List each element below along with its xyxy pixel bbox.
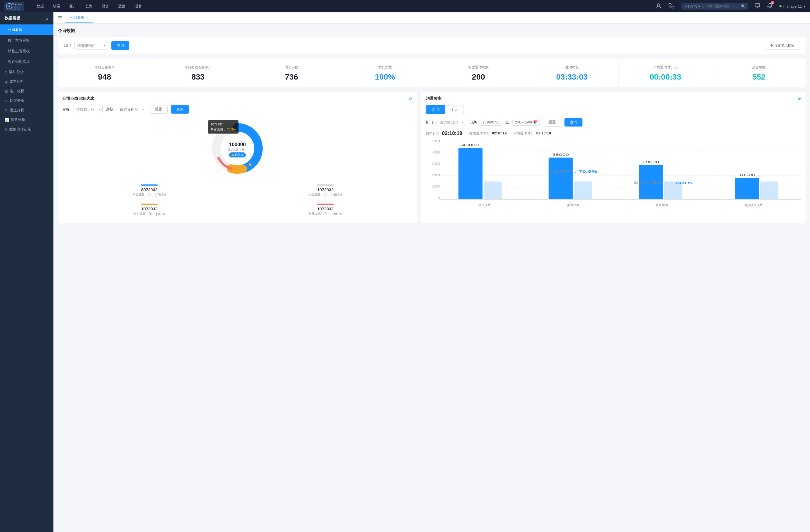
bar-should-complete [141,203,158,205]
legend-label-1: 未完成量（元）｜20.9% [241,193,410,197]
svg-text:云朵CRM: 云朵CRM [12,3,22,6]
tab-bar: ☰ 公司看板 ✕ [53,12,810,23]
svg-text:43000: 43000 [462,144,479,147]
sidebar-item-customer-manager[interactable]: 客户经理看板 [0,56,53,67]
svg-text:式服务云平台: 式服务云平台 [12,8,20,10]
sidebar-section-cost[interactable]: ◕ 成本分析 [0,77,53,86]
channel-icon: ⚙ [4,108,8,113]
y-axis: 50000 40000 30000 20000 10000 0 [426,140,440,199]
date-separator: 至 [505,120,509,125]
svg-text:70.9%: 70.9% [579,169,597,173]
sidebar-item-sales-dashboard[interactable]: 销售主管看板 [0,46,53,56]
stat-label-5: 通话时长 [530,65,614,70]
legend-value-3: 1072932 [241,206,410,211]
target-filter: 目标 请选择目标 周期 请选择周期 重置 [62,105,412,114]
svg-rect-29 [760,181,778,199]
search-type-select[interactable]: 手机号码 [683,4,701,8]
legend-should-complete: 1072932 应完成量（元）｜8.9% [62,201,236,218]
tab-company-dashboard[interactable]: 公司看板 ✕ [65,13,93,23]
stat-value-1: 833 [156,72,240,82]
top-navigation: 云朵CRM 教育机构一站 式服务云平台 数据 线索 客户 公海 财务 运营 报名… [0,0,810,12]
sidebar-section-flow[interactable]: ⊞ 数据流转记录 [0,124,53,134]
target-refresh-icon[interactable]: ⟳ [409,97,412,101]
svg-text:目标总量（元）: 目标总量（元） [228,148,247,151]
settings-btn[interactable]: ⚙ 设置显示指标 [765,41,800,50]
stat-first-consult: 今日首咨客户 948 [58,59,151,87]
comm-refresh-icon[interactable]: ⟳ [798,97,801,101]
nav-operations[interactable]: 运营 [117,4,127,9]
stat-call-duration: 通话时长 03:33:03 [525,59,619,87]
funnel-icon: ⊻ [4,70,7,74]
search-input[interactable] [706,4,740,8]
target-label: 目标 [62,107,70,112]
tab-toggle-icon[interactable]: ☰ [58,15,62,20]
dept-select-wrapper: 请选择部门 [74,42,108,49]
sidebar-section-channel[interactable]: ⚙ 渠道分析 [0,105,53,115]
stat-label-2: 回访人数 [249,65,334,70]
stat-deals: 成交单数 552 [712,59,806,87]
legend-incomplete: 1072932 未完成量（元）｜20.9% [239,182,412,199]
monitor-icon[interactable] [755,3,760,10]
notification-icon[interactable]: 5 [767,3,773,10]
period-select[interactable]: 请选择周期 [117,106,146,113]
sidebar-collapse-icon[interactable]: ▲ [45,16,49,20]
svg-rect-18 [548,158,572,199]
comm-query-btn[interactable]: 查询 [565,118,582,127]
comm-reset-btn[interactable]: 重置 [543,118,561,127]
sidebar-item-label: 公司看板 [8,27,22,32]
sidebar-section-sales[interactable]: 📊 销售分析 [0,115,53,124]
today-query-btn[interactable]: 查询 [111,41,129,50]
comm-dept-select[interactable]: 请选择部门 [437,119,466,126]
promo-icon: ▦ [4,89,8,93]
stat-revisit: 回访人数 736 [245,59,338,87]
dept-select[interactable]: 请选择部门 [74,42,108,49]
period-select-wrapper: 请选择周期 [117,106,146,113]
date-from-input[interactable]: 2018/01/08 [480,119,502,126]
nav-leads[interactable]: 线索 [52,4,61,9]
comm-tab-dept[interactable]: 部门 [426,105,445,114]
person-icon[interactable] [655,2,662,10]
settings-right: ⚙ 设置显示指标 [765,41,800,50]
period-label: 周期 [106,107,113,112]
nav-finance[interactable]: 财务 [101,4,110,9]
search-icon[interactable]: 🔍 [741,4,746,9]
svg-text:70.9%: 70.9% [675,181,692,184]
nav-signup[interactable]: 报名 [133,4,143,9]
content-area: ☰ 公司看板 ✕ 今日数据 部门 请选择部门 [53,12,810,532]
target-panel-header: 公司业绩目标达成 ⟳ [62,96,412,101]
nav-customers[interactable]: 客户 [68,4,78,9]
sidebar-section-funnel[interactable]: ⊻ 漏斗分析 [0,67,53,77]
page-content: 今日数据 部门 请选择部门 查询 ⚙ 设置显示指标 [53,23,810,532]
bar-completed [141,184,158,186]
tab-close-icon[interactable]: ✕ [86,16,88,19]
bars-svg: 43000 35000 接通率： 70.9% 2 [440,140,801,199]
target-select[interactable]: 请选择目标 [73,106,103,113]
comm-dept-label: 部门 [426,120,433,125]
user-dropdown-icon[interactable]: ▾ [804,4,806,9]
sidebar-item-promo-dashboard[interactable]: 推广主管看板 [0,35,53,46]
info-icon: ⓘ [675,65,678,69]
legend-label-2: 应完成量（元）｜8.9% [65,212,234,216]
donut-chart: 1072932 所占比例： 70.9% [207,118,268,179]
target-reset-btn[interactable]: 重置 [150,105,168,114]
target-panel-title: 公司业绩目标达成 [62,96,94,101]
nav-sea[interactable]: 公海 [84,4,94,9]
nav-data[interactable]: 数据 [35,4,45,9]
phone-icon[interactable] [668,2,675,10]
call-duration-stat: 通话时长 02:10:19 [426,131,463,136]
avg-duration-stat: 平均通话时长 02:10:19 [513,131,551,136]
sidebar-section-promo[interactable]: ▦ 推广分析 [0,86,53,96]
svg-rect-5 [755,4,760,7]
svg-text:👍 已达成: 👍 已达成 [231,153,244,156]
comm-panel-header: 沟通效率 ⟳ [426,96,801,101]
comm-tab-personal[interactable]: 个人 [445,105,464,114]
calendar-icon: 📅 [533,120,537,124]
sidebar-section-visitor[interactable]: ☺ 访客分析 [0,96,53,105]
comm-dept-select-wrapper: 请选择部门 [437,119,466,126]
user-info[interactable]: manager11 ▾ [779,4,806,9]
sidebar-item-company-dashboard[interactable]: 公司看板 [0,24,53,35]
sidebar-item-label: 客户经理看板 [8,59,30,64]
tab-label: 公司看板 [70,15,84,20]
target-query-btn[interactable]: 查询 [171,105,189,114]
date-to-input[interactable]: 2018/01/08 📅 [513,119,540,126]
